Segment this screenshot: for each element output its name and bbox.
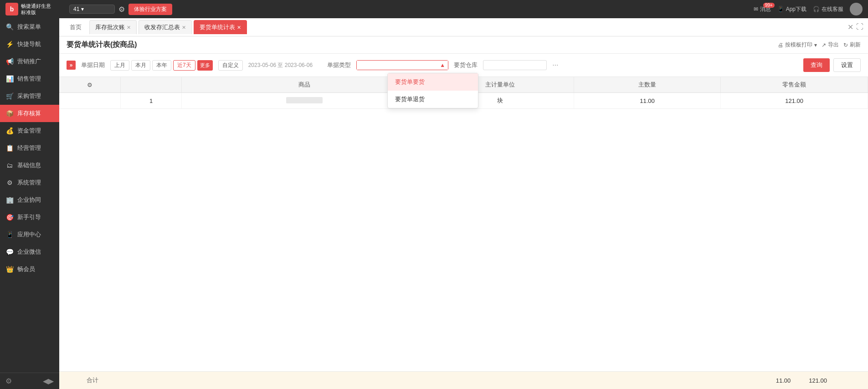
download-icon: 📱: [777, 6, 784, 12]
trial-button[interactable]: 体验行业方案: [128, 4, 172, 15]
enterprise-icon: 🏢: [5, 196, 14, 204]
message-icon: ✉: [754, 6, 758, 12]
tab-batch-account[interactable]: 库存批次账 ✕: [89, 20, 137, 34]
sidebar-item-operations[interactable]: 📋 经营管理: [0, 139, 59, 157]
type-filter-arrow-icon[interactable]: ▲: [440, 62, 445, 68]
basic-icon: 🗂: [5, 161, 14, 169]
wechat-icon: 💬: [5, 248, 14, 256]
sidebar-item-quick-nav[interactable]: ⚡ 快捷导航: [0, 36, 59, 53]
footer-qty: 11.00: [776, 377, 791, 384]
tab-close-receive-summary[interactable]: ✕: [182, 25, 186, 31]
query-button[interactable]: 查询: [803, 58, 830, 72]
settings-button[interactable]: 设置: [833, 58, 861, 72]
sidebar-item-system[interactable]: ⚙ 系统管理: [0, 174, 59, 191]
sidebar-item-purchase[interactable]: 🛒 采购管理: [0, 87, 59, 105]
tab-close-order-stats[interactable]: ✕: [237, 25, 241, 31]
purchase-icon: 🛒: [5, 92, 14, 100]
footer-amount: 121.00: [809, 377, 827, 384]
guide-icon: 🎯: [5, 213, 14, 221]
message-badge: 99+: [763, 3, 775, 8]
sidebar-item-marketing[interactable]: 📢 营销推广: [0, 53, 59, 70]
warehouse-filter-label: 要货仓库: [454, 61, 478, 69]
page-title: 要货单统计表(按商品): [67, 40, 137, 50]
type-filter-label: 单据类型: [327, 61, 351, 69]
refresh-button[interactable]: ↻ 刷新: [843, 41, 861, 49]
warehouse-filter-input[interactable]: [483, 60, 547, 70]
col-header-num: [120, 77, 181, 93]
page-header: 要货单统计表(按商品) 🖨 按模板打印 ▾ ↗ 导出 ↻ 刷新: [59, 36, 868, 54]
sidebar-item-inventory[interactable]: 📦 库存核算: [0, 105, 59, 122]
finance-icon: 💰: [5, 127, 14, 135]
date-range-text: 2023-05-06 至 2023-06-06: [248, 61, 313, 69]
row-num: 1: [120, 93, 181, 109]
sidebar-settings-icon[interactable]: ⚙: [5, 377, 12, 385]
print-dropdown-icon[interactable]: ▾: [814, 42, 817, 48]
date-more-button[interactable]: 更多: [197, 60, 213, 71]
app-name-text: 畅捷通好生意 标准版: [21, 3, 51, 16]
sidebar-item-enterprise[interactable]: 🏢 企业协同: [0, 191, 59, 209]
tab-order-stats[interactable]: 要货单统计表 ✕: [194, 20, 247, 34]
col-header-qty: 主数量: [574, 77, 721, 93]
row-settings: [59, 93, 120, 109]
date-week-button[interactable]: 近7天: [173, 60, 195, 71]
tab-expand-icon[interactable]: ✕: [847, 23, 853, 31]
tab-bar: 首页 库存批次账 ✕ 收发存汇总表 ✕ 要货单统计表 ✕ ✕ ⛶: [59, 18, 868, 36]
sidebar-item-search[interactable]: 🔍 搜索菜单: [0, 18, 59, 36]
app-download-button[interactable]: 📱 App下载: [777, 5, 806, 13]
message-button[interactable]: ✉ 消息 99+: [754, 5, 771, 13]
avatar[interactable]: [850, 3, 863, 15]
tab-close-batch-account[interactable]: ✕: [127, 25, 131, 31]
date-custom-button[interactable]: 自定义: [218, 60, 243, 71]
sidebar-collapse-icon[interactable]: ◀▶: [43, 377, 54, 385]
tab-receive-summary[interactable]: 收发存汇总表 ✕: [139, 20, 192, 34]
type-filter-input-wrap: ▲: [356, 60, 448, 70]
filter-more-icon[interactable]: ···: [552, 61, 558, 69]
tab-fullscreen-icon[interactable]: ⛶: [856, 23, 863, 31]
main-layout: 🔍 搜索菜单 ⚡ 快捷导航 📢 营销推广 📊 销售管理 🛒 采购管理 📦: [0, 18, 868, 389]
row-qty: 11.00: [574, 93, 721, 109]
col-header-settings[interactable]: ⚙: [59, 77, 120, 93]
member-icon: 👑: [5, 265, 14, 273]
sidebar-item-guide[interactable]: 🎯 新手引导: [0, 209, 59, 226]
table-footer: 合计 11.00 121.00: [59, 371, 868, 389]
sidebar-item-basic[interactable]: 🗂 基础信息: [0, 157, 59, 174]
sidebar-item-sales[interactable]: 📊 销售管理: [0, 70, 59, 87]
sidebar-item-app-center[interactable]: 📱 应用中心: [0, 226, 59, 243]
marketing-icon: 📢: [5, 57, 14, 66]
export-button[interactable]: ↗ 导出: [822, 41, 839, 49]
row-amount: 121.00: [721, 93, 868, 109]
sidebar-item-wechat[interactable]: 💬 企业微信: [0, 243, 59, 261]
tab-home[interactable]: 首页: [64, 20, 87, 34]
refresh-icon: ↻: [843, 42, 848, 48]
sidebar: 🔍 搜索菜单 ⚡ 快捷导航 📢 营销推广 📊 销售管理 🛒 采购管理 📦: [0, 18, 59, 389]
filter-expand-button[interactable]: »: [67, 61, 76, 70]
header-gear-icon[interactable]: ⚙: [118, 5, 125, 14]
store-selector[interactable]: 41 ▾: [69, 5, 115, 14]
date-year-button[interactable]: 本年: [152, 60, 171, 71]
sidebar-bottom: ⚙ ◀▶: [0, 373, 59, 389]
sidebar-item-finance[interactable]: 💰 资金管理: [0, 122, 59, 139]
type-dropdown: 要货单要货 要货单退货: [387, 73, 478, 108]
header-middle: 41 ▾ ⚙ 体验行业方案: [69, 4, 749, 15]
sales-icon: 📊: [5, 75, 14, 83]
col-header-amount: 零售金额: [721, 77, 868, 93]
export-icon: ↗: [822, 42, 826, 48]
search-icon: 🔍: [5, 23, 14, 31]
service-icon: 🎧: [813, 6, 820, 12]
dropdown-item-order[interactable]: 要货单要货: [388, 73, 478, 91]
sidebar-item-member[interactable]: 👑 畅会员: [0, 261, 59, 278]
dropdown-item-return[interactable]: 要货单退货: [388, 91, 478, 108]
column-settings-icon[interactable]: ⚙: [87, 82, 92, 88]
online-service-button[interactable]: 🎧 在线客服: [813, 5, 843, 13]
print-button[interactable]: 🖨 按模板打印 ▾: [778, 41, 817, 49]
date-current-month-button[interactable]: 本月: [131, 60, 150, 71]
inventory-icon: 📦: [5, 109, 14, 118]
sidebar-scroll: 🔍 搜索菜单 ⚡ 快捷导航 📢 营销推广 📊 销售管理 🛒 采购管理 📦: [0, 18, 59, 373]
type-filter-input[interactable]: [357, 61, 448, 70]
page-header-actions: 🖨 按模板打印 ▾ ↗ 导出 ↻ 刷新: [778, 41, 861, 49]
system-icon: ⚙: [5, 179, 14, 187]
header-right: ✉ 消息 99+ 📱 App下载 🎧 在线客服: [754, 3, 863, 15]
filter-bar: » 单据日期 上月 本月 本年 近7天 更多 自定义 2023-05-06 至 …: [59, 54, 868, 77]
date-prev-month-button[interactable]: 上月: [110, 60, 129, 71]
logo-area: b 畅捷通好生意 标准版: [5, 3, 65, 16]
